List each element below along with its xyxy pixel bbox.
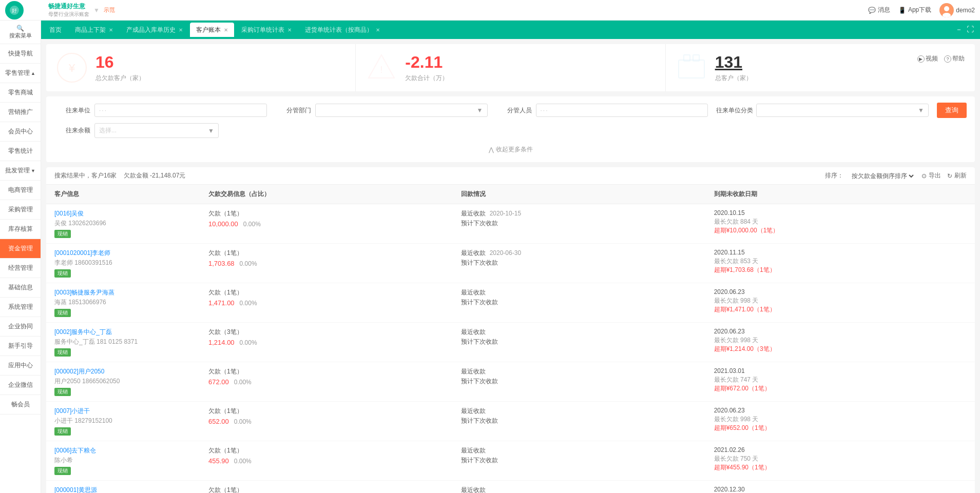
collection-row-1: 最近收款 2020-06-30 (461, 249, 714, 258)
refresh-btn[interactable]: ↻ 刷新 (947, 171, 967, 180)
max-days-0: 最长欠款 884 天 (714, 218, 967, 226)
sidebar-item-retail-mgmt[interactable]: 零售管理 ▲ (0, 64, 41, 83)
overdue-text-5[interactable]: 超期¥652.00（1笔） (714, 424, 967, 432)
customer-name-2[interactable]: [0003]畅捷服务尹海蒸 (54, 288, 208, 297)
sidebar-item-enterprise[interactable]: 企业协同 (0, 317, 41, 337)
sidebar-search[interactable]: 🔍 搜索菜单 (0, 21, 41, 44)
overdue-text-1[interactable]: 超期¥1,703.68（1笔） (714, 266, 967, 274)
overdue-text-4[interactable]: 超期¥672.00（1笔） (714, 384, 967, 393)
tab-customer-account[interactable]: 客户账本 ✕ (190, 23, 234, 37)
filter-balance: 往来余额 选择... ▼ (54, 123, 219, 138)
filter-manager: 分管人员 ··· (496, 104, 708, 117)
sidebar-item-sys-mgmt[interactable]: 系统管理 (0, 298, 41, 317)
batch-mgmt-arrow: ▼ (31, 168, 35, 173)
due-info-0: 2020.10.15 最长欠款 884 天 超期¥10,000.00（1笔） (714, 209, 967, 235)
sidebar-item-new-guide[interactable]: 新手引导 (0, 337, 41, 356)
tab-product-listing[interactable]: 商品上下架 ✕ (69, 23, 119, 37)
tab-minimize-btn[interactable]: － (955, 25, 963, 34)
debt-percent-1: 0.00% (240, 260, 257, 267)
app-subtitle: 母婴行业演示账套 (48, 11, 89, 18)
table-row: [0006]去下粮仓 陈小希 现销 欠款（1笔） 455.90 0.00% (46, 441, 975, 481)
sidebar-item-retail-store[interactable]: 零售商城 (0, 83, 41, 103)
sidebar-item-basic-info[interactable]: 基础信息 (0, 278, 41, 298)
sidebar-item-inventory[interactable]: 库存核算 (0, 220, 41, 239)
table-row: [0001020001]李老师 李老师 18600391516 现销 欠款（1笔… (46, 244, 975, 283)
close-tab-purchase-order[interactable]: ✕ (287, 27, 292, 33)
refresh-icon: ↻ (947, 172, 952, 180)
tab-product-history[interactable]: 产成品入库单历史 ✕ (120, 23, 189, 37)
customer-phone-0: 吴俊 13026203696 (54, 219, 208, 228)
filter-input-balance[interactable]: 选择... ▼ (94, 123, 219, 138)
sidebar-item-ecommerce[interactable]: 电商管理 (0, 181, 41, 200)
filter-input-dept[interactable]: ▼ (315, 104, 488, 117)
close-tab-customer-account[interactable]: ✕ (224, 27, 228, 33)
collection-row-6: 最近收款 (461, 446, 714, 455)
filter-input-unit-category[interactable]: ▼ (756, 104, 929, 117)
tab-expand-btn[interactable]: ⛶ (967, 25, 974, 34)
sidebar-item-purchase[interactable]: 采购管理 (0, 200, 41, 220)
stat-num-total: 131 (715, 53, 752, 72)
customer-tag-0: 现销 (54, 230, 71, 238)
due-date-6: 2021.02.26 (714, 446, 967, 453)
sidebar-item-retail-stat[interactable]: 零售统计 (0, 142, 41, 161)
sidebar-item-quick-nav[interactable]: 快捷导航 (0, 44, 41, 64)
video-btn[interactable]: ▶ 视频 (917, 54, 938, 63)
collapse-btn[interactable]: ⋀ 收起更多条件 (54, 143, 967, 156)
export-btn[interactable]: ⊙ 导出 (921, 171, 941, 180)
tab-purchase-order[interactable]: 采购订单统计表 ✕ (235, 23, 298, 37)
help-btn[interactable]: ? 帮助 (944, 54, 965, 63)
close-tab-product-history[interactable]: ✕ (179, 27, 183, 33)
sidebar-item-member[interactable]: 会员中心 (0, 122, 41, 142)
collection-row-3: 最近收款 (461, 328, 714, 337)
user-avatar[interactable]: demo2 (939, 3, 975, 17)
customer-name-7[interactable]: [000001]黄思源 (54, 486, 208, 493)
customer-name-5[interactable]: [0007]小进干 (54, 407, 208, 416)
customer-phone-5: 小进干 18279152100 (54, 417, 208, 425)
sidebar-item-ops[interactable]: 经营管理 (0, 259, 41, 278)
debt-count-1: 欠款（1笔） (208, 249, 461, 258)
customer-phone-3: 服务中心_丁磊 181 0125 8371 (54, 338, 208, 346)
message-btn[interactable]: 💬 消息 (868, 6, 890, 14)
filter-input-manager[interactable]: ··· (536, 104, 708, 117)
sidebar-item-member-plus[interactable]: 畅会员 (0, 395, 41, 415)
stats-row: ¥ 16 总欠款客户（家） ! (46, 44, 975, 91)
customer-name-0[interactable]: [0016]吴俊 (54, 209, 208, 218)
sort-select[interactable]: 按欠款金额倒序排序 按欠款金额升序排序 (850, 172, 915, 180)
overdue-text-2[interactable]: 超期¥1,471.00（1笔） (714, 305, 967, 314)
filter-input-from-unit[interactable]: ··· (94, 104, 267, 117)
customer-info-2: [0003]畅捷服务尹海蒸 海蒸 18513066976 现销 (54, 288, 208, 317)
tab-home[interactable]: 首页 (43, 23, 68, 37)
app-download-btn[interactable]: 📱 App下载 (898, 6, 931, 14)
sidebar-item-wechat[interactable]: 企业微信 (0, 376, 41, 395)
results-info: 搜索结果中，客户16家 欠款金额 -21,148.07元 排序： 按欠款金额倒序… (46, 167, 975, 185)
customer-name-3[interactable]: [0002]服务中心_丁磊 (54, 328, 208, 337)
customer-tag-4: 现销 (54, 388, 71, 396)
dept-arrow-icon: ▼ (477, 107, 483, 114)
close-tab-purchase-stat[interactable]: ✕ (376, 27, 380, 33)
sidebar-item-finance[interactable]: 资金管理 (0, 239, 41, 259)
overdue-text-3[interactable]: 超期¥1,214.00（3笔） (714, 345, 967, 353)
due-info-6: 2021.02.26 最长欠款 750 天 超期¥455.90（1笔） (714, 446, 967, 472)
customer-name-4[interactable]: [000002]用户2050 (54, 367, 208, 376)
overdue-text-6[interactable]: 超期¥455.90（1笔） (714, 463, 967, 472)
tab-purchase-stat[interactable]: 进货单统计表（按商品） ✕ (299, 23, 386, 37)
sidebar-item-app-center[interactable]: 应用中心 (0, 356, 41, 376)
customer-tag-1: 现销 (54, 269, 71, 278)
due-date-3: 2020.06.23 (714, 328, 967, 335)
collection-info-0: 最近收款 2020-10-15 预计下次收款 (461, 209, 714, 229)
sidebar-item-marketing[interactable]: 营销推广 (0, 103, 41, 122)
stat-label-total: 总客户（家） (715, 74, 752, 83)
search-button[interactable]: 查询 (937, 103, 967, 118)
help-icon: ? (944, 55, 951, 63)
table-row: [000001]黄思源 黄思源 13552700226 现销 欠款（1笔） 42… (46, 481, 975, 493)
sidebar-item-batch-mgmt[interactable]: 批发管理 ▼ (0, 161, 41, 181)
table-container: 客户信息 欠款交易信息（占比） 回款情况 到期未收款日期 [0016]吴俊 吴俊… (46, 185, 975, 493)
stat-num-debt: -2.11 (405, 53, 448, 72)
close-tab-product-listing[interactable]: ✕ (109, 27, 113, 33)
tab-bar: 首页 商品上下架 ✕ 产成品入库单历史 ✕ 客户账本 ✕ 采购订单统计表 ✕ (41, 21, 980, 39)
avatar-img (939, 3, 954, 17)
customer-name-1[interactable]: [0001020001]李老师 (54, 249, 208, 258)
customer-name-6[interactable]: [0006]去下粮仓 (54, 446, 208, 455)
overdue-text-0[interactable]: 超期¥10,000.00（1笔） (714, 226, 967, 235)
debt-count-0: 欠款（1笔） (208, 209, 461, 218)
